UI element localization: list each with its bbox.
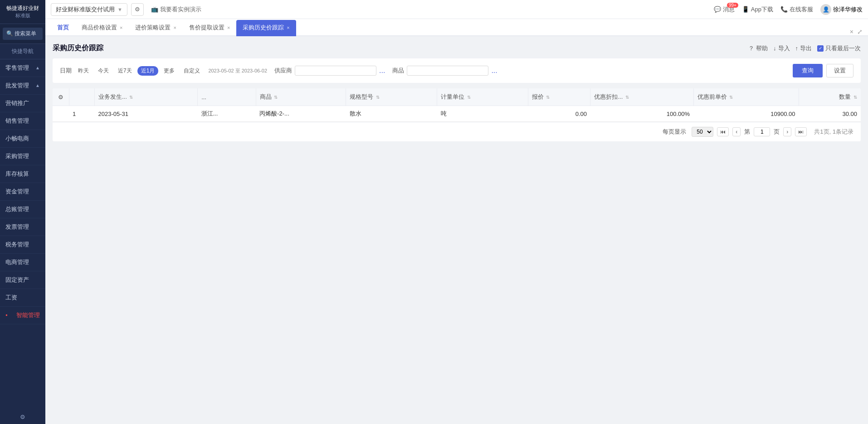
sidebar-item-retail[interactable]: 零售管理 ▲	[0, 59, 45, 77]
sidebar-item-ecommerce-small[interactable]: 小畅电商	[0, 130, 45, 148]
sidebar-item-general-ledger[interactable]: 总账管理	[0, 201, 45, 218]
search-menu-button[interactable]: 🔍 搜索菜单	[3, 28, 43, 40]
settings-button[interactable]: 设置	[826, 64, 853, 77]
product-input[interactable]	[407, 66, 488, 76]
td-discount: 100.00%	[590, 106, 693, 122]
date-opt-last7[interactable]: 近7天	[114, 66, 136, 76]
message-badge: 99+	[727, 3, 738, 8]
th-product[interactable]: 商品 ⇅	[256, 88, 346, 106]
per-page-select[interactable]: 50	[692, 127, 713, 137]
sort-arrows-biz-date: ⇅	[129, 95, 133, 100]
sidebar-item-purchase[interactable]: 采购管理	[0, 148, 45, 165]
product-selector-arrow-icon: ▼	[117, 7, 122, 12]
sidebar-item-finance[interactable]: 资金管理	[0, 183, 45, 201]
import-icon: ↓	[773, 45, 776, 52]
sidebar-item-invoice[interactable]: 发票管理	[0, 218, 45, 236]
date-opt-yesterday[interactable]: 昨天	[74, 66, 93, 76]
sidebar-item-ecommerce[interactable]: 电商管理	[0, 254, 45, 271]
th-quote[interactable]: 报价 ⇅	[528, 88, 590, 106]
tabbar: 首页 商品价格设置 × 进价策略设置 × 售价提取设置 × 采购历史价跟踪 × …	[45, 19, 868, 36]
logo-sub: 标准版	[4, 12, 42, 19]
th-biz-date[interactable]: 业务发生... ⇅	[94, 88, 197, 106]
date-opt-last1month[interactable]: 近1月	[137, 66, 159, 76]
topbar-settings-button[interactable]: ⚙	[131, 3, 144, 16]
page-unit: 页	[774, 128, 780, 136]
import-button[interactable]: ↓ 导入	[773, 44, 790, 53]
sidebar-logo: 畅捷通好业财 标准版	[0, 0, 45, 24]
page-label: 第	[744, 128, 750, 136]
tab-price[interactable]: 商品价格设置 ×	[75, 20, 129, 36]
sidebar-item-fixed-assets[interactable]: 固定资产	[0, 271, 45, 289]
th-discount[interactable]: 优惠折扣... ⇅	[590, 88, 693, 106]
gear-icon[interactable]: ⚙	[58, 94, 63, 101]
page-first-button[interactable]: ⏮	[717, 127, 729, 136]
window-maximize-button[interactable]: ⤢	[857, 28, 863, 35]
th-pre-discount-price[interactable]: 优惠前单价 ⇅	[693, 88, 799, 106]
product-dots[interactable]: ...	[491, 67, 497, 75]
td-pre-discount-price: 10900.00	[693, 106, 799, 122]
message-icon: 💬	[714, 6, 721, 13]
sort-arrows-quote: ⇅	[546, 95, 550, 100]
page-next-button[interactable]: ›	[783, 127, 791, 136]
th-spec[interactable]: 规格型号 ⇅	[346, 88, 437, 106]
online-service-button[interactable]: 📞 在线客服	[780, 5, 813, 14]
export-button[interactable]: ↑ 导出	[795, 44, 812, 53]
demo-link[interactable]: 📺 我要看实例演示	[151, 5, 201, 14]
date-opt-custom[interactable]: 自定义	[180, 66, 204, 76]
sidebar-item-ai-manage[interactable]: 智能管理	[0, 307, 45, 324]
tab-sell-price-close[interactable]: ×	[227, 25, 230, 30]
quick-nav-button[interactable]: 快捷导航	[0, 44, 45, 59]
table-header: ⚙ 业务发生... ⇅ ... 商品 ⇅	[53, 88, 861, 106]
page-prev-button[interactable]: ‹	[732, 127, 741, 136]
data-table: ⚙ 业务发生... ⇅ ... 商品 ⇅	[53, 88, 861, 122]
tab-strategy-close[interactable]: ×	[173, 25, 176, 30]
th-unit[interactable]: 计量单位 ⇅	[437, 88, 528, 106]
sort-arrows-quantity: ⇅	[853, 95, 857, 100]
date-options: 昨天 今天 近7天 近1月 更多 自定义	[74, 66, 204, 76]
sidebar-item-tax[interactable]: 税务管理	[0, 236, 45, 254]
tab-strategy[interactable]: 进价策略设置 ×	[129, 20, 182, 36]
sort-arrows-product: ⇅	[274, 95, 278, 100]
topbar: 好业财标准版交付试用 ▼ ⚙ 📺 我要看实例演示 💬 消息 99+ 📱 App下…	[45, 0, 868, 19]
query-button[interactable]: 查询	[793, 64, 823, 77]
th-gear: ⚙	[53, 88, 69, 106]
sidebar: 畅捷通好业财 标准版 🔍 搜索菜单 快捷导航 零售管理 ▲ 批发管理 ▲ 营销推…	[0, 0, 45, 424]
supplier-dots[interactable]: ...	[379, 67, 385, 75]
tab-history-price-close[interactable]: ×	[287, 25, 289, 30]
product-selector[interactable]: 好业财标准版交付试用 ▼	[51, 3, 127, 16]
th-quantity[interactable]: 数量 ⇅	[799, 88, 861, 106]
tab-sell-price[interactable]: 售价提取设置 ×	[183, 20, 236, 36]
sidebar-item-sales[interactable]: 销售管理	[0, 112, 45, 130]
checkbox-icon: ✓	[817, 45, 824, 52]
supplier-filter-label: 供应商	[274, 67, 292, 75]
message-button[interactable]: 💬 消息 99+	[714, 5, 735, 14]
topbar-right: 💬 消息 99+ 📱 App下载 📞 在线客服 👤 徐泽华修改	[714, 4, 863, 15]
th-more[interactable]: ...	[198, 88, 256, 106]
app-icon: 📱	[742, 6, 749, 13]
only-last-checkbox[interactable]: ✓ 只看最后一次	[817, 44, 861, 53]
date-opt-more[interactable]: 更多	[160, 66, 178, 76]
td-quote: 0.00	[528, 106, 590, 122]
avatar: 👤	[820, 4, 831, 15]
supplier-input[interactable]	[295, 66, 376, 76]
tab-price-close[interactable]: ×	[120, 25, 122, 30]
sidebar-item-inventory[interactable]: 库存核算	[0, 165, 45, 183]
sidebar-item-payroll[interactable]: 工资	[0, 289, 45, 307]
sidebar-item-marketing[interactable]: 营销推广	[0, 95, 45, 112]
tab-history-price[interactable]: 采购历史价跟踪 ×	[236, 20, 296, 36]
page-last-button[interactable]: ⏭	[795, 127, 807, 136]
page-input[interactable]	[754, 127, 770, 136]
date-range-display: 2023-05-02 至 2023-06-02	[208, 67, 267, 74]
app-download-button[interactable]: 📱 App下载	[742, 5, 773, 14]
td-quantity: 30.00	[799, 106, 861, 122]
tab-home[interactable]: 首页	[51, 20, 75, 36]
gear-icon: ⚙	[135, 6, 140, 13]
window-close-button[interactable]: ×	[850, 28, 853, 35]
user-info[interactable]: 👤 徐泽华修改	[820, 4, 863, 15]
sidebar-item-wholesale[interactable]: 批发管理 ▲	[0, 77, 45, 95]
help-button[interactable]: ？ 帮助	[748, 44, 768, 53]
date-opt-today[interactable]: 今天	[94, 66, 112, 76]
td-spec: 散水	[346, 106, 437, 122]
sidebar-settings-button[interactable]: ⚙	[0, 410, 45, 424]
main-area: 好业财标准版交付试用 ▼ ⚙ 📺 我要看实例演示 💬 消息 99+ 📱 App下…	[45, 0, 868, 424]
